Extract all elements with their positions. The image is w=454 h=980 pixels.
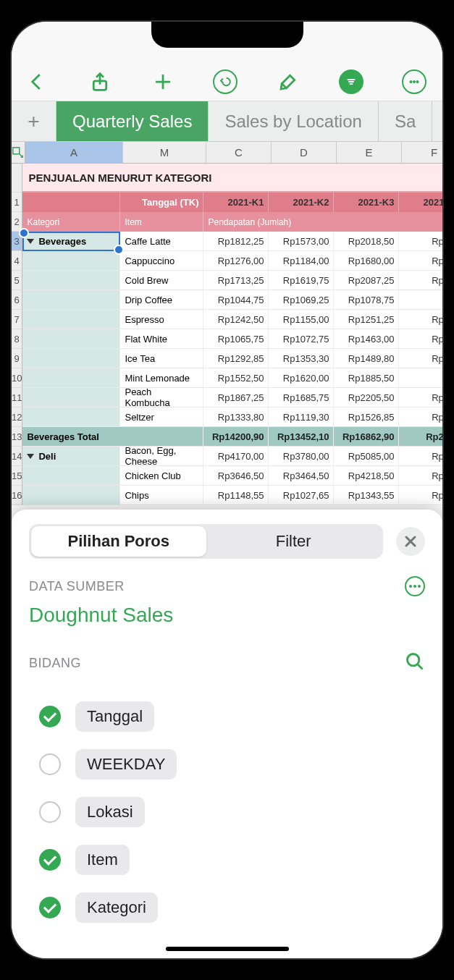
row-header[interactable]: 1 xyxy=(12,193,22,212)
row-header[interactable]: 2 xyxy=(12,212,22,232)
field-checkbox[interactable] xyxy=(39,849,61,871)
row-header[interactable]: 4 xyxy=(12,251,22,271)
row-header[interactable]: 3 xyxy=(12,232,22,251)
table-row[interactable]: Mint LemonadeRp1552,50Rp1620,00Rp1885,50… xyxy=(22,368,442,388)
column-header[interactable]: E xyxy=(337,142,402,163)
fields-list: TanggalWEEKDAYLokasiItemKategori xyxy=(29,683,425,942)
row-header[interactable]: 11 xyxy=(12,388,22,407)
table-row[interactable]: Flat WhiteRp1065,75Rp1072,75Rp1463,00Rp1… xyxy=(22,329,442,349)
row-header[interactable]: 13 xyxy=(12,427,22,447)
table-header-1: Tanggal (TK) 2021-K12021-K22021-K32021-K… xyxy=(22,193,442,212)
table-row[interactable]: SeltzerRp1333,80Rp1119,30Rp1526,85Rp209 xyxy=(22,407,442,427)
column-header[interactable]: M xyxy=(123,142,206,163)
svg-point-7 xyxy=(410,80,411,82)
field-pill[interactable]: Kategori xyxy=(75,892,158,923)
source-more-button[interactable] xyxy=(405,576,425,596)
table-row[interactable]: Drip CoffeeRp1044,75Rp1069,25Rp1078,75Rp xyxy=(22,290,442,310)
row-headers[interactable]: 12345678910111213141516 xyxy=(12,164,22,505)
table-row[interactable]: ChipsRp1148,55Rp1027,65Rp1343,55Rp139 xyxy=(22,486,442,505)
spreadsheet[interactable]: AMCDEF 12345678910111213141516 PENJUALAN… xyxy=(12,142,442,505)
row-header[interactable]: 6 xyxy=(12,290,22,310)
sheet-tab[interactable]: Sa xyxy=(379,101,432,141)
svg-point-13 xyxy=(408,654,419,666)
field-pill[interactable]: Lokasi xyxy=(75,797,145,827)
row-header[interactable]: 7 xyxy=(12,310,22,329)
field-row[interactable]: Tanggal xyxy=(35,693,419,740)
row-header[interactable]: 12 xyxy=(12,407,22,427)
table-row[interactable]: CappuccinoRp1276,00Rp1184,00Rp1680,00Rp1… xyxy=(22,251,442,271)
row-header[interactable]: 9 xyxy=(12,349,22,368)
total-row[interactable]: Beverages TotalRp14200,90Rp13452,10Rp168… xyxy=(22,427,442,447)
add-sheet-button[interactable]: + xyxy=(12,101,56,141)
svg-point-9 xyxy=(416,80,418,82)
table-row[interactable]: Peach KombuchaRp1867,25Rp1685,75Rp2205,5… xyxy=(22,388,442,407)
table-row[interactable]: DeliBacon, Egg, CheeseRp4170,00Rp3780,00… xyxy=(22,447,442,466)
sheet-tab[interactable]: Quarterly Sales xyxy=(56,101,209,141)
close-panel-button[interactable] xyxy=(396,527,425,556)
share-icon[interactable] xyxy=(88,69,112,94)
field-row[interactable]: Lokasi xyxy=(35,788,419,836)
column-header[interactable]: A xyxy=(25,142,123,163)
field-row[interactable]: Item xyxy=(35,836,419,884)
row-header[interactable]: 16 xyxy=(12,486,22,505)
filter-icon[interactable] xyxy=(339,69,363,94)
field-checkbox[interactable] xyxy=(39,897,61,918)
row-header[interactable]: 10 xyxy=(12,368,22,388)
notch xyxy=(151,22,303,48)
field-row[interactable]: Kategori xyxy=(35,884,419,932)
fields-section-label: BIDANG xyxy=(29,656,81,671)
field-checkbox[interactable] xyxy=(39,753,61,775)
row-header[interactable]: 8 xyxy=(12,329,22,349)
segment-filter[interactable]: Filter xyxy=(206,526,382,557)
svg-rect-10 xyxy=(13,147,20,153)
select-all-corner[interactable] xyxy=(12,142,25,163)
column-header[interactable]: D xyxy=(272,142,337,163)
table-row[interactable]: EspressoRp1242,50Rp1155,00Rp1251,25Rp194 xyxy=(22,310,442,329)
field-row[interactable]: WEEKDAY xyxy=(35,740,419,788)
back-icon[interactable] xyxy=(25,69,49,94)
segment-pilihan-poros[interactable]: Pilihan Poros xyxy=(31,526,206,557)
column-header[interactable]: F xyxy=(402,142,442,163)
sheet-tab[interactable]: Sales by Location xyxy=(209,101,378,141)
table-row[interactable]: Cold BrewRp1713,25Rp1619,75Rp2087,25Rp22… xyxy=(22,271,442,290)
field-pill[interactable]: WEEKDAY xyxy=(75,749,177,780)
source-section-label: DATA SUMBER xyxy=(29,579,125,594)
format-brush-icon[interactable] xyxy=(276,69,300,94)
pivot-options-panel: Pilihan PorosFilter DATA SUMBER Doughnut… xyxy=(12,510,442,958)
svg-point-8 xyxy=(413,80,415,82)
row-header[interactable]: 5 xyxy=(12,271,22,290)
source-table-name[interactable]: Doughnut Sales xyxy=(29,604,425,627)
home-indicator[interactable] xyxy=(166,947,289,951)
more-icon[interactable] xyxy=(402,69,426,94)
add-icon[interactable] xyxy=(151,69,175,94)
svg-line-14 xyxy=(418,664,423,669)
field-checkbox[interactable] xyxy=(39,801,61,823)
table-row[interactable]: Chicken ClubRp3646,50Rp3464,50Rp4218,50R… xyxy=(22,466,442,486)
sheet-tabs: + Quarterly SalesSales by LocationSa xyxy=(12,101,442,142)
field-checkbox[interactable] xyxy=(39,706,61,727)
column-header[interactable]: C xyxy=(206,142,272,163)
row-header[interactable]: 15 xyxy=(12,466,22,486)
table-row[interactable]: BeveragesCaffe LatteRp1812,25Rp1573,00Rp… xyxy=(22,232,442,251)
segment-control[interactable]: Pilihan PorosFilter xyxy=(29,524,383,559)
undo-icon[interactable] xyxy=(213,69,237,94)
table-title: PENJUALAN MENURUT KATEGORI xyxy=(22,164,442,193)
field-pill[interactable]: Item xyxy=(75,845,130,875)
field-pill[interactable]: Tanggal xyxy=(75,701,154,732)
row-header[interactable]: 14 xyxy=(12,447,22,466)
table-header-2: Kategori Item Pendapatan (Jumlah) xyxy=(22,212,442,232)
search-fields-button[interactable] xyxy=(405,651,425,675)
table-row[interactable]: Ice TeaRp1292,85Rp1353,30Rp1489,80Rp206 xyxy=(22,349,442,368)
